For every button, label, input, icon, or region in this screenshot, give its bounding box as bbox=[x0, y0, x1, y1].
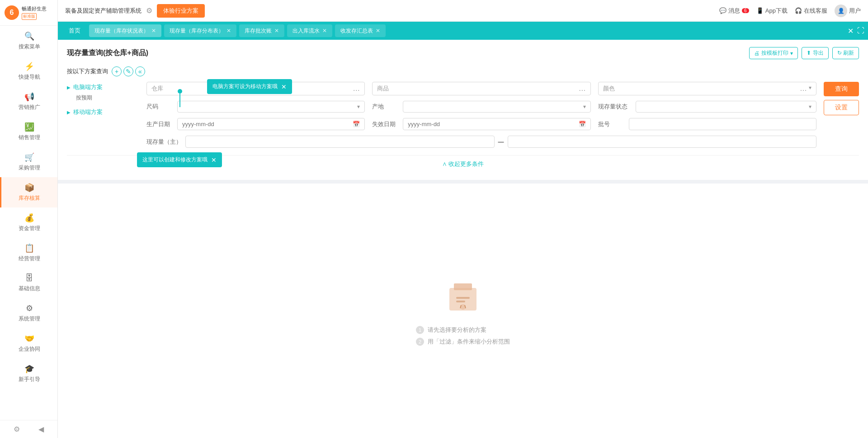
refresh-icon: ↻ bbox=[837, 50, 842, 56]
tab-close-receive-summary[interactable]: ✕ bbox=[376, 28, 380, 34]
goods-input[interactable]: 商品 … bbox=[372, 82, 590, 95]
query-btns: 查询 设置 bbox=[824, 82, 859, 150]
filter-edit-btn[interactable]: ✎ bbox=[123, 66, 133, 76]
stock-main-min-input[interactable] bbox=[185, 136, 495, 148]
user-label: 用户 bbox=[849, 7, 861, 15]
sidebar-item-enterprise[interactable]: 🤝 企业协同 bbox=[0, 328, 57, 358]
tooltip1-close-btn[interactable]: ✕ bbox=[281, 83, 287, 90]
scheme-node-mobile[interactable]: ▶ 移动端方案 bbox=[67, 107, 139, 118]
batch-no-textinput[interactable] bbox=[634, 121, 811, 127]
tab-close-batch-ledger[interactable]: ✕ bbox=[274, 28, 279, 34]
batch-no-input[interactable] bbox=[629, 118, 816, 130]
logo-icon: 6 bbox=[5, 5, 19, 20]
btn-refresh[interactable]: ↻ 刷新 bbox=[832, 47, 859, 59]
scheme-sub-label: 按预期 bbox=[76, 94, 92, 102]
tab-receive-summary[interactable]: 收发存汇总表 ✕ bbox=[335, 24, 386, 37]
prod-date-icon[interactable]: 📅 bbox=[353, 121, 360, 127]
size-select[interactable]: ▾ bbox=[177, 101, 365, 113]
sidebar-item-operations[interactable]: 📋 经营管理 bbox=[0, 238, 57, 268]
color-input[interactable]: 颜色 … ▾ bbox=[598, 82, 816, 95]
tabbar-close-all-icon[interactable]: ✕ bbox=[848, 27, 854, 35]
color-dropdown-icon[interactable]: ▾ bbox=[809, 85, 811, 93]
prod-date-textinput[interactable] bbox=[182, 121, 353, 127]
sidebar-item-label: 经营管理 bbox=[19, 255, 40, 263]
sidebar-item-marketing[interactable]: 📢 营销推广 bbox=[0, 86, 57, 117]
tab-inout-flow[interactable]: 出入库流水 ✕ bbox=[287, 24, 332, 37]
tabbar-fullscreen-icon[interactable]: ⛶ bbox=[857, 27, 864, 35]
size-arrow-icon: ▾ bbox=[357, 104, 360, 110]
btn-query[interactable]: 查询 bbox=[824, 82, 859, 96]
messages-btn[interactable]: 💬 消息 6 bbox=[719, 7, 749, 15]
tab-batch-ledger[interactable]: 库存批次账 ✕ bbox=[239, 24, 284, 37]
prod-date-label: 生产日期 bbox=[146, 120, 174, 128]
sidebar-item-quicknav[interactable]: ⚡ 快捷导航 bbox=[0, 56, 57, 86]
origin-arrow-icon: ▾ bbox=[583, 104, 586, 110]
tab-inventory-status[interactable]: 现存量（库存状况表） ✕ bbox=[89, 24, 161, 37]
warehouse-dots-icon[interactable]: … bbox=[353, 85, 360, 93]
empty-state: 1 请先选择要分析的方案 2 用「过滤」条件来缩小分析范围 bbox=[58, 184, 868, 438]
user-area[interactable]: 👤 用户 bbox=[835, 5, 861, 17]
scheme-node-pc[interactable]: ▶ 电脑端方案 bbox=[67, 82, 139, 93]
goods-field: 商品 … bbox=[372, 82, 590, 95]
tab-inventory-dist[interactable]: 现存量（库存分布表） ✕ bbox=[164, 24, 236, 37]
sidebar-item-purchase[interactable]: 🛒 采购管理 bbox=[0, 147, 57, 177]
filter-back-btn[interactable]: « bbox=[135, 66, 145, 76]
color-placeholder: 颜色 bbox=[603, 85, 615, 93]
sidebar-item-finance[interactable]: 💰 资金管理 bbox=[0, 207, 57, 238]
prod-date-input[interactable]: 📅 bbox=[177, 118, 365, 130]
btn-set[interactable]: 设置 bbox=[824, 100, 859, 115]
footer-settings-icon[interactable]: ⚙ bbox=[14, 425, 20, 433]
sidebar-item-system[interactable]: ⚙ 系统管理 bbox=[0, 298, 57, 328]
filter-label: 按以下方案查询 bbox=[67, 67, 108, 75]
sidebar-item-sales[interactable]: 💹 销售管理 bbox=[0, 117, 57, 147]
page-content: 现存量查询(按仓库+商品) 🖨 按模板打印 ▾ ⬆ 导出 ↻ 刷新 bbox=[58, 40, 868, 438]
tab-home[interactable]: 首页 bbox=[61, 22, 88, 40]
btn-template[interactable]: 🖨 按模板打印 ▾ bbox=[749, 47, 798, 59]
online-service-btn[interactable]: 🎧 在线客服 bbox=[795, 7, 827, 15]
scheme-sub-node[interactable]: 按预期 bbox=[76, 93, 139, 103]
footer-collapse-icon[interactable]: ◀ bbox=[38, 425, 44, 433]
goods-dots-icon[interactable]: … bbox=[579, 85, 586, 93]
sidebar-item-search[interactable]: 🔍 搜索菜单 bbox=[0, 26, 57, 56]
sidebar-item-guide[interactable]: 🎓 新手引导 bbox=[0, 358, 57, 389]
svg-rect-2 bbox=[456, 297, 470, 299]
filter-actions: + ✎ « bbox=[112, 66, 145, 76]
expand-icon-mobile: ▶ bbox=[67, 110, 71, 115]
filter-add-btn[interactable]: + bbox=[112, 66, 122, 76]
origin-field: 产地 ▾ bbox=[372, 101, 590, 113]
svg-point-4 bbox=[460, 304, 466, 310]
origin-select[interactable]: ▾ bbox=[403, 101, 590, 113]
service-label: 在线客服 bbox=[804, 7, 827, 15]
stock-main-max-textinput[interactable] bbox=[513, 138, 812, 145]
tooltip2-close-btn[interactable]: ✕ bbox=[211, 156, 217, 164]
topbar-gear-icon[interactable]: ⚙ bbox=[146, 6, 152, 15]
exp-date-icon[interactable]: 📅 bbox=[579, 121, 586, 127]
exp-date-input[interactable]: 📅 bbox=[403, 118, 590, 130]
filter-header: 按以下方案查询 + ✎ « bbox=[67, 66, 859, 76]
sidebar-item-label: 基础信息 bbox=[19, 285, 40, 292]
tip-num-1: 1 bbox=[416, 326, 424, 334]
batch-no-field: 批号 bbox=[598, 118, 816, 130]
exp-date-field: 失效日期 📅 bbox=[372, 118, 590, 130]
stock-status-select[interactable]: ▾ bbox=[636, 101, 816, 113]
exp-date-label: 失效日期 bbox=[372, 120, 399, 128]
btn-export[interactable]: ⬆ 导出 bbox=[802, 47, 828, 59]
scheme-sub-pc: 按预期 bbox=[76, 93, 139, 103]
sidebar-item-inventory[interactable]: 📦 库存核算 bbox=[0, 177, 57, 207]
page-title: 现存量查询(按仓库+商品) bbox=[67, 48, 148, 58]
app-download-btn[interactable]: 📱 App下载 bbox=[756, 7, 788, 15]
stock-status-label: 现存量状态 bbox=[598, 103, 632, 111]
stock-main-min-textinput[interactable] bbox=[190, 138, 490, 145]
color-actions: … ▾ bbox=[800, 85, 811, 93]
title-actions: 🖨 按模板打印 ▾ ⬆ 导出 ↻ 刷新 bbox=[749, 47, 859, 59]
tab-close-inventory-status[interactable]: ✕ bbox=[151, 28, 156, 34]
tab-close-inventory-dist[interactable]: ✕ bbox=[226, 28, 231, 34]
logo-area: 6 畅通好生意 标准版 bbox=[0, 0, 57, 26]
color-dots-icon[interactable]: … bbox=[800, 85, 807, 93]
sidebar-item-label: 系统管理 bbox=[19, 315, 40, 323]
tab-close-inout-flow[interactable]: ✕ bbox=[322, 28, 327, 34]
exp-industry-btn[interactable]: 体验行业方案 bbox=[157, 4, 205, 18]
stock-main-max-input[interactable] bbox=[508, 136, 817, 148]
sidebar-item-basic[interactable]: 🗄 基础信息 bbox=[0, 268, 57, 298]
exp-date-textinput[interactable] bbox=[408, 121, 578, 127]
